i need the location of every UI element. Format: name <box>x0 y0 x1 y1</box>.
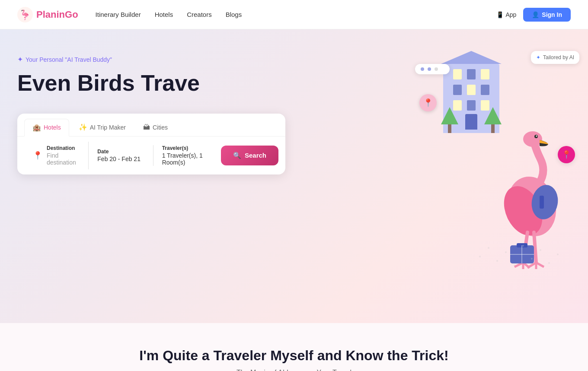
nav-item-hotels[interactable]: Hotels <box>155 11 173 19</box>
tab-hotels[interactable]: 🏨 Hotels <box>24 119 69 136</box>
hero-title: Even Birds Trave <box>17 70 285 96</box>
logo-icon: 🦩 <box>17 7 33 22</box>
hero-section: ✦ Your Personal "AI Travel Buddy" Even B… <box>0 29 588 323</box>
search-button[interactable]: 🔍 Search <box>221 146 278 165</box>
svg-rect-20 <box>540 196 544 209</box>
travelers-label: Traveler(s) <box>162 145 209 151</box>
date-field[interactable]: Date Feb 20 - Feb 21 <box>89 145 153 166</box>
phone-icon: 📱 <box>496 11 504 18</box>
hero-illustration: ✦ Tailored by AI 📍 📍 <box>415 47 579 289</box>
chat-dots-bubble <box>415 64 450 74</box>
pin-icon: 📍 <box>33 151 42 160</box>
svg-point-26 <box>522 245 524 247</box>
svg-point-24 <box>505 251 507 253</box>
svg-point-6 <box>536 136 537 137</box>
tab-ai-trip[interactable]: ✨ AI Trip Maker <box>71 119 134 136</box>
search-card: 🏨 Hotels ✨ AI Trip Maker 🏔 Cities 📍 Dest… <box>17 114 285 174</box>
location-pin-left: 📍 <box>419 94 437 111</box>
logo-text: PlaninGo <box>36 9 78 20</box>
svg-point-22 <box>488 247 489 249</box>
navbar-left: 🦩 PlaninGo Itinerary Builder Hotels Crea… <box>17 7 242 22</box>
map-dots <box>476 239 562 276</box>
svg-point-29 <box>548 262 550 264</box>
svg-text:🦩: 🦩 <box>19 9 31 21</box>
ai-icon: ✨ <box>79 123 87 131</box>
mountain-icon: 🏔 <box>143 124 150 131</box>
search-tabs: 🏨 Hotels ✨ AI Trip Maker 🏔 Cities <box>17 114 285 136</box>
signin-button[interactable]: 👤 Sign In <box>523 8 571 22</box>
travelers-value: 1 Traveler(s), 1 Room(s) <box>162 152 209 166</box>
app-button[interactable]: 📱 App <box>496 11 516 18</box>
svg-point-21 <box>479 256 481 257</box>
destination-field[interactable]: 📍 Destination Find destination <box>24 142 89 169</box>
bottom-subtitle: The Magic of AI Improves Your Travel <box>236 369 352 371</box>
nav-links: Itinerary Builder Hotels Creators Blogs <box>96 11 242 19</box>
bottom-title: I'm Quite a Traveler Myself and Know the… <box>139 348 448 364</box>
tailored-bubble: ✦ Tailored by AI <box>531 51 579 64</box>
svg-point-28 <box>540 249 541 251</box>
ai-star-icon: ✦ <box>536 54 540 60</box>
svg-point-27 <box>531 258 533 260</box>
navbar-right: 📱 App 👤 Sign In <box>496 8 571 22</box>
svg-point-30 <box>557 254 559 255</box>
date-value: Feb 20 - Feb 21 <box>97 155 144 162</box>
tab-cities[interactable]: 🏔 Cities <box>135 119 176 136</box>
svg-point-23 <box>496 260 498 262</box>
spark-icon: ✦ <box>17 55 23 63</box>
svg-point-4 <box>523 131 542 147</box>
travelers-field[interactable]: Traveler(s) 1 Traveler(s), 1 Room(s) <box>153 142 217 169</box>
date-label: Date <box>97 149 144 155</box>
nav-item-itinerary[interactable]: Itinerary Builder <box>96 11 141 19</box>
destination-label: Destination <box>47 145 80 151</box>
user-icon: 👤 <box>532 11 539 18</box>
hotel-icon: 🏨 <box>32 124 41 132</box>
hero-badge: ✦ Your Personal "AI Travel Buddy" <box>17 55 112 63</box>
destination-value: Find destination <box>47 152 80 166</box>
bottom-section: I'm Quite a Traveler Myself and Know the… <box>0 323 588 371</box>
hero-content: ✦ Your Personal "AI Travel Buddy" Even B… <box>17 55 285 174</box>
navbar: 🦩 PlaninGo Itinerary Builder Hotels Crea… <box>0 0 588 29</box>
search-icon: 🔍 <box>233 152 241 159</box>
search-fields: 📍 Destination Find destination Date Feb … <box>17 136 285 174</box>
svg-point-25 <box>514 264 515 266</box>
nav-item-creators[interactable]: Creators <box>187 11 212 19</box>
nav-item-blogs[interactable]: Blogs <box>226 11 242 19</box>
building-roof <box>441 51 502 64</box>
logo[interactable]: 🦩 PlaninGo <box>17 7 78 22</box>
